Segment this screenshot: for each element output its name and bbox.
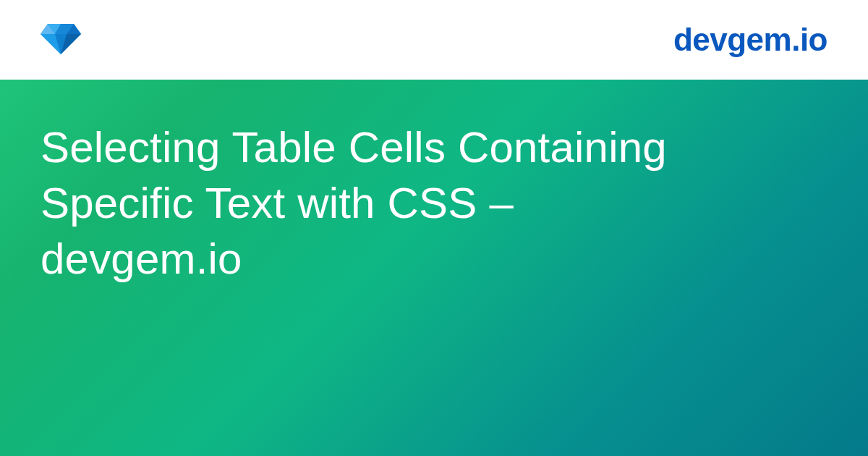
logo [41,21,81,59]
gem-icon [41,21,81,59]
brand-text: devgem.io [673,22,827,58]
hero-panel: Selecting Table Cells Containing Specifi… [0,80,868,456]
header-bar: devgem.io [0,0,868,80]
og-card: devgem.io Selecting Table Cells Containi… [0,0,868,456]
page-title: Selecting Table Cells Containing Specifi… [41,120,692,287]
